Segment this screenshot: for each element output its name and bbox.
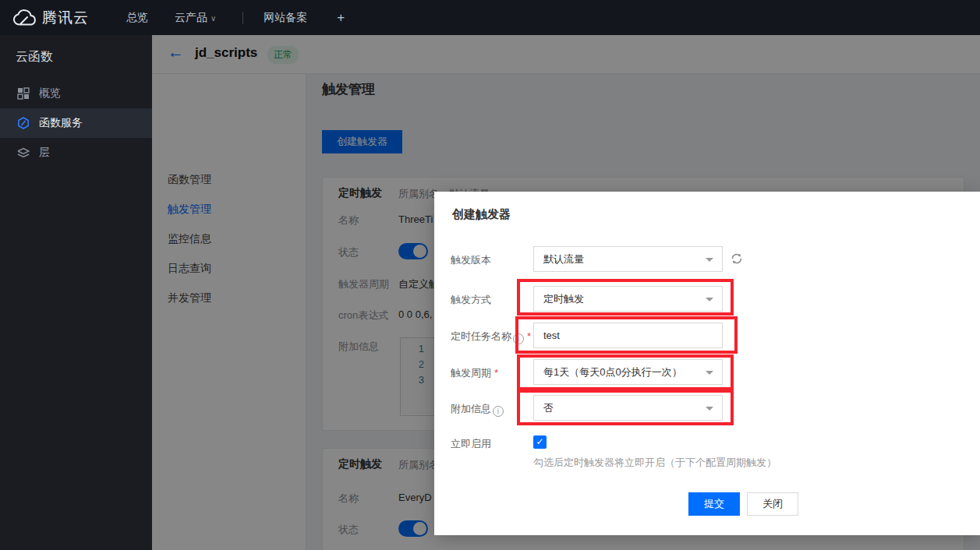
sidebar-item-label: 层: [39, 146, 50, 160]
brand-name: 腾讯云: [42, 8, 89, 28]
required-asterisk: *: [527, 330, 531, 342]
top-navbar: 腾讯云 总览 云产品∨ 网站备案 +: [0, 0, 980, 35]
trigger-type-label: 触发方式: [451, 293, 491, 307]
task-name-label: 定时任务名称i*: [451, 330, 531, 344]
top-nav-items: 总览 云产品∨ 网站备案 +: [126, 10, 345, 26]
close-button[interactable]: 关闭: [747, 492, 798, 516]
task-name-input[interactable]: [533, 323, 723, 348]
cloud-logo-icon: [12, 9, 36, 26]
chevron-down-icon: ∨: [211, 14, 216, 23]
chevron-down-icon: [706, 298, 713, 301]
enable-helper-text: 勾选后定时触发器将立即开启（于下个配置周期触发）: [533, 456, 777, 470]
extra-info-label: 附加信息i: [451, 402, 504, 417]
required-asterisk: *: [494, 367, 498, 379]
version-select-value: 默认流量: [543, 252, 584, 266]
create-trigger-modal: 创建触发器 触发版本 默认流量 触发方式 定时触发 定时任务名称i* 触发周期*…: [434, 192, 980, 535]
page-root: 腾讯云 总览 云产品∨ 网站备案 + 云函数 概览 函数服务: [0, 0, 980, 550]
refresh-icon[interactable]: [731, 252, 743, 265]
trigger-type-select-value: 定时触发: [543, 292, 584, 306]
extra-info-select[interactable]: 否: [533, 395, 723, 421]
version-label: 触发版本: [451, 253, 491, 267]
nav-cloud-products[interactable]: 云产品∨: [175, 11, 216, 25]
trigger-period-select-value: 每1天（每天0点0分执行一次）: [543, 365, 682, 379]
sidebar-item-label: 函数服务: [39, 116, 83, 130]
info-icon[interactable]: i: [513, 333, 524, 344]
trigger-type-select[interactable]: 定时触发: [533, 286, 723, 312]
sidebar-item-function-service[interactable]: 函数服务: [0, 108, 152, 138]
left-sidebar: 云函数 概览 函数服务 层: [0, 35, 152, 550]
chevron-down-icon: [706, 407, 713, 411]
nav-overview[interactable]: 总览: [126, 11, 148, 25]
chevron-down-icon: [706, 371, 713, 375]
extra-info-select-value: 否: [543, 401, 554, 415]
info-icon[interactable]: i: [493, 406, 504, 417]
hexagon-function-icon: [17, 117, 30, 129]
trigger-period-label: 触发周期*: [451, 366, 498, 380]
enable-now-checkbox[interactable]: ✓: [533, 435, 547, 449]
grid-icon: [17, 87, 30, 100]
product-title: 云函数: [0, 35, 152, 79]
tencent-cloud-logo[interactable]: 腾讯云: [12, 8, 89, 28]
sidebar-item-label: 概览: [39, 86, 61, 100]
sidebar-item-overview[interactable]: 概览: [0, 79, 152, 108]
modal-title: 创建触发器: [452, 207, 511, 222]
sidebar-item-layers[interactable]: 层: [0, 138, 152, 167]
chevron-down-icon: [706, 258, 713, 262]
nav-icp[interactable]: 网站备案: [264, 11, 307, 25]
version-select[interactable]: 默认流量: [533, 246, 723, 272]
enable-now-label: 立即启用: [451, 437, 491, 451]
trigger-period-select[interactable]: 每1天（每天0点0分执行一次）: [533, 359, 723, 385]
submit-button[interactable]: 提交: [688, 492, 740, 516]
layers-icon: [17, 146, 30, 159]
add-tab-icon[interactable]: +: [337, 10, 345, 26]
nav-divider: [242, 12, 243, 24]
